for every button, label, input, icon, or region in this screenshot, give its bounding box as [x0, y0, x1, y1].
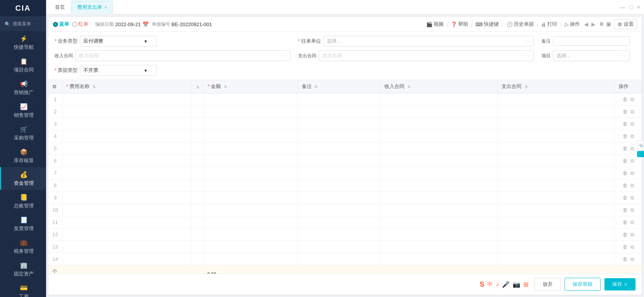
- delete-row-icon[interactable]: 🗑: [622, 219, 627, 225]
- expense-contract-cell[interactable]: [498, 93, 615, 106]
- copy-row-icon[interactable]: ⧉: [631, 219, 634, 226]
- settings-button[interactable]: ⚙ 设置: [614, 19, 637, 29]
- note-cell[interactable]: [298, 118, 380, 130]
- income-contract-cell[interactable]: [381, 106, 498, 118]
- amount-cell[interactable]: [204, 118, 298, 130]
- amount-cell[interactable]: [204, 130, 298, 143]
- delete-row-icon[interactable]: 🗑: [622, 195, 627, 201]
- expense-name-cell[interactable]: [62, 130, 191, 143]
- expense-contract-cell[interactable]: [498, 229, 615, 241]
- window-min-icon[interactable]: —: [619, 3, 626, 11]
- expense-contract-cell[interactable]: [498, 204, 615, 216]
- expense-name-cell[interactable]: [62, 93, 191, 106]
- delete-row-icon[interactable]: 🗑: [622, 96, 627, 102]
- expense-more-icon[interactable]: ···: [526, 53, 530, 58]
- amount-cell[interactable]: [204, 106, 298, 118]
- note-sort-icon[interactable]: ⇅: [315, 85, 318, 89]
- sidebar-item-fixed-assets[interactable]: 🏢 固定资产: [0, 258, 46, 280]
- note-cell[interactable]: [298, 143, 380, 155]
- operations-action[interactable]: ▷ 操作: [565, 21, 580, 28]
- sidebar-search[interactable]: 🔍 搜索菜单: [0, 17, 46, 31]
- sidebar-item-purchase[interactable]: 🛒 采购管理: [0, 122, 46, 144]
- amount-cell[interactable]: [204, 155, 298, 167]
- copy-row-icon[interactable]: ⧉: [631, 244, 634, 250]
- expense-contract-cell[interactable]: [498, 241, 615, 253]
- sidebar-item-tax[interactable]: 💼 税务管理: [0, 235, 46, 258]
- amount-cell[interactable]: [204, 167, 298, 179]
- blue-radio[interactable]: 蓝单: [53, 21, 69, 28]
- copy-row-icon[interactable]: ⧉: [631, 158, 634, 164]
- project-input[interactable]: 选择... ···: [553, 50, 630, 61]
- nav-next-icon[interactable]: ▶: [590, 20, 597, 28]
- sidebar-item-inventory[interactable]: 📦 库存核算: [0, 144, 46, 167]
- date-value[interactable]: 2022-09-21: [115, 22, 141, 27]
- sidebar-item-capital[interactable]: 💰 资金管理: [0, 167, 46, 190]
- expense-name-cell[interactable]: [62, 253, 191, 265]
- amount-cell[interactable]: [204, 93, 298, 106]
- note-cell[interactable]: [298, 155, 380, 167]
- paperclip-button[interactable]: 📎: [637, 140, 644, 150]
- expense-name-cell[interactable]: [62, 118, 191, 130]
- expense-contract-cell[interactable]: [498, 155, 615, 167]
- copy-row-icon[interactable]: ⧉: [631, 170, 634, 176]
- save-draft-button[interactable]: 保存草稿: [565, 278, 601, 291]
- income-contract-cell[interactable]: [381, 93, 498, 106]
- sidebar-item-sales[interactable]: 📈 销售管理: [0, 99, 46, 122]
- sidebar-item-payroll[interactable]: 💳 工资: [0, 280, 46, 297]
- attachment-button[interactable]: 附件: [637, 151, 644, 157]
- amount-cell[interactable]: [204, 204, 298, 216]
- expense-name-cell[interactable]: [62, 179, 191, 192]
- income-contract-cell[interactable]: [381, 229, 498, 241]
- income-contract-input[interactable]: 收入合同 ···: [75, 50, 290, 61]
- print-action[interactable]: 🖨 打印: [541, 21, 557, 28]
- sidebar-item-ledger[interactable]: 📒 总账管理: [0, 190, 46, 212]
- income-contract-cell[interactable]: [381, 118, 498, 130]
- expense-name-cell[interactable]: [62, 106, 191, 118]
- nav-prev-icon[interactable]: ◀: [583, 20, 589, 28]
- copy-row-icon[interactable]: ⧉: [631, 207, 634, 213]
- shortcuts-action[interactable]: ⌨ 快捷键: [475, 21, 499, 28]
- note-cell[interactable]: [298, 192, 380, 204]
- income-contract-cell[interactable]: [381, 241, 498, 253]
- mic-icon[interactable]: 🎤: [502, 281, 510, 288]
- expense-contract-cell[interactable]: [498, 216, 615, 229]
- income-contract-cell[interactable]: [381, 192, 498, 204]
- note-cell[interactable]: [298, 204, 380, 216]
- note-cell[interactable]: [298, 130, 380, 143]
- help-action[interactable]: ❓ 帮助: [451, 21, 468, 28]
- grid-icon[interactable]: ⊞: [523, 281, 528, 288]
- window-close-icon[interactable]: ×: [636, 3, 641, 11]
- copy-row-icon[interactable]: ⧉: [631, 195, 634, 201]
- delete-row-icon[interactable]: 🗑: [622, 170, 627, 176]
- expense-name-cell[interactable]: [62, 167, 191, 179]
- amount-cell[interactable]: [204, 253, 298, 265]
- view-grid-icon[interactable]: ⊞: [606, 21, 611, 27]
- counterpart-more[interactable]: ···: [526, 38, 530, 44]
- note-cell[interactable]: [298, 229, 380, 241]
- calendar-icon[interactable]: 📅: [142, 22, 149, 27]
- expense-name-cell[interactable]: [62, 241, 191, 253]
- copy-row-icon[interactable]: ⧉: [631, 121, 634, 127]
- amount-cell[interactable]: [204, 192, 298, 204]
- delete-row-icon[interactable]: 🗑: [622, 183, 627, 188]
- delete-row-icon[interactable]: 🗑: [622, 121, 627, 127]
- expense-contract-cell[interactable]: [498, 167, 615, 179]
- expense-name-cell[interactable]: [62, 192, 191, 204]
- sidebar-item-quick-nav[interactable]: ⚡ 快捷导航: [0, 31, 46, 54]
- counterpart-input[interactable]: 选择... ···: [323, 36, 533, 46]
- note-cell[interactable]: [298, 167, 380, 179]
- sidebar-item-project-contract[interactable]: 📋 项目合同: [0, 54, 46, 76]
- delete-row-icon[interactable]: 🗑: [622, 256, 627, 262]
- income-contract-cell[interactable]: [381, 216, 498, 229]
- expense-contract-cell[interactable]: [498, 253, 615, 265]
- copy-row-icon[interactable]: ⧉: [631, 109, 634, 115]
- copy-row-icon[interactable]: ⧉: [631, 146, 634, 152]
- income-contract-cell[interactable]: [381, 179, 498, 192]
- zh-icon[interactable]: 中: [487, 281, 493, 288]
- amount-cell[interactable]: [204, 241, 298, 253]
- expense-name-cell[interactable]: [62, 155, 191, 167]
- expense-name-cell[interactable]: [62, 216, 191, 229]
- delete-row-icon[interactable]: 🗑: [622, 244, 627, 250]
- discard-button[interactable]: 放弃: [535, 278, 561, 291]
- note-cell[interactable]: [298, 253, 380, 265]
